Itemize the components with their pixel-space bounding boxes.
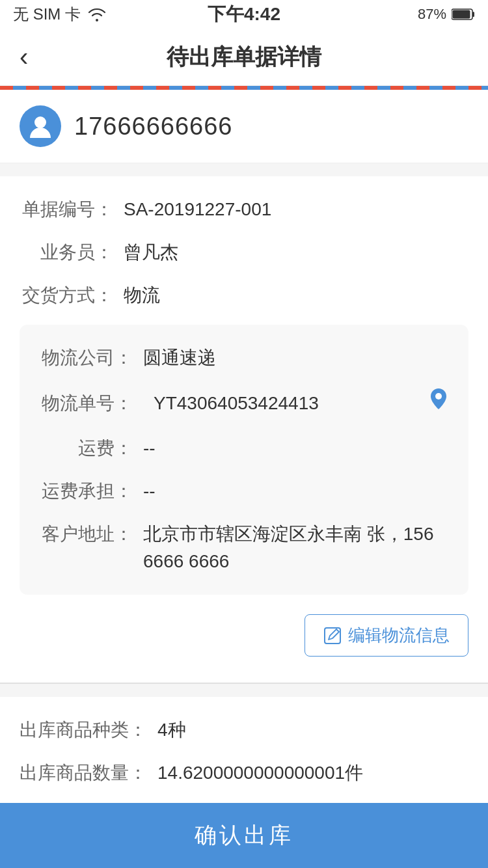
svg-rect-2 — [453, 10, 470, 19]
delivery-method-value: 物流 — [124, 282, 468, 309]
delivery-method-label: 交货方式： — [20, 282, 124, 309]
logistics-card: 物流公司： 圆通速递 物流单号： YT43064053424413 运费： --… — [20, 325, 468, 595]
svg-point-3 — [34, 116, 46, 128]
freight-bearer-row: 运费承担： -- — [39, 478, 449, 505]
salesman-value: 曾凡杰 — [124, 239, 468, 266]
goods-quantity-row: 出库商品数量： 14.6200000000000001件 — [20, 759, 468, 787]
confirm-button[interactable]: 确认出库 — [0, 803, 488, 868]
tracking-value: YT43064053424413 — [154, 390, 418, 417]
freight-bearer-value: -- — [143, 478, 449, 505]
salesman-row: 业务员： 曾凡杰 — [20, 239, 468, 266]
logistics-tracking-row: 物流单号： YT43064053424413 — [39, 387, 449, 419]
wifi-icon — [87, 7, 107, 21]
logistics-company-label: 物流公司： — [39, 344, 143, 372]
order-info-section: 单据编号： SA-20191227-001 业务员： 曾凡杰 交货方式： 物流 … — [0, 176, 488, 683]
goods-types-row: 出库商品种类： 4种 — [20, 716, 468, 744]
edit-logistics-label: 编辑物流信息 — [348, 624, 450, 647]
address-label: 客户地址： — [39, 521, 143, 548]
edit-icon — [323, 627, 342, 645]
order-number-value: SA-20191227-001 — [124, 196, 468, 223]
logistics-company-row: 物流公司： 圆通速递 — [39, 344, 449, 372]
freight-label: 运费： — [39, 435, 143, 462]
order-number-row: 单据编号： SA-20191227-001 — [20, 196, 468, 223]
svg-point-4 — [435, 393, 442, 400]
edit-btn-row: 编辑物流信息 — [20, 614, 468, 663]
status-time: 下午4:42 — [208, 2, 280, 27]
separator — [0, 683, 488, 684]
order-number-label: 单据编号： — [20, 196, 124, 223]
user-phone: 17666666666 — [74, 113, 232, 141]
user-header: 17666666666 — [0, 90, 488, 163]
svg-rect-1 — [472, 12, 474, 17]
battery-label: 87% — [418, 6, 446, 23]
avatar — [20, 105, 61, 147]
page-title: 待出库单据详情 — [167, 42, 321, 72]
goods-quantity-label: 出库商品数量： — [20, 759, 157, 787]
confirm-btn-label: 确认出库 — [195, 821, 293, 850]
goods-types-value: 4种 — [157, 716, 468, 744]
back-button[interactable]: ‹ — [20, 36, 34, 78]
freight-row: 运费： -- — [39, 435, 449, 462]
tracking-label: 物流单号： — [39, 390, 143, 417]
status-right: 87% — [418, 6, 475, 23]
salesman-label: 业务员： — [20, 239, 124, 266]
goods-types-label: 出库商品种类： — [20, 716, 157, 744]
user-icon — [27, 113, 53, 139]
address-value: 北京市市辖区海淀区永丰南 张，156 6666 6666 — [143, 521, 449, 575]
status-left: 无 SIM 卡 — [13, 4, 107, 25]
logistics-company-value: 圆通速递 — [143, 344, 449, 372]
freight-bearer-label: 运费承担： — [39, 478, 143, 505]
nav-bar: ‹ 待出库单据详情 — [0, 29, 488, 86]
battery-icon — [452, 8, 475, 20]
status-bar: 无 SIM 卡 下午4:42 87% — [0, 0, 488, 29]
carrier-label: 无 SIM 卡 — [13, 4, 81, 25]
delivery-method-row: 交货方式： 物流 — [20, 282, 468, 309]
address-row: 客户地址： 北京市市辖区海淀区永丰南 张，156 6666 6666 — [39, 521, 449, 575]
location-icon[interactable] — [428, 387, 449, 419]
edit-logistics-button[interactable]: 编辑物流信息 — [305, 614, 468, 657]
content: 17666666666 单据编号： SA-20191227-001 业务员： 曾… — [0, 90, 488, 868]
goods-quantity-value: 14.6200000000000001件 — [157, 759, 468, 787]
freight-value: -- — [143, 435, 449, 462]
